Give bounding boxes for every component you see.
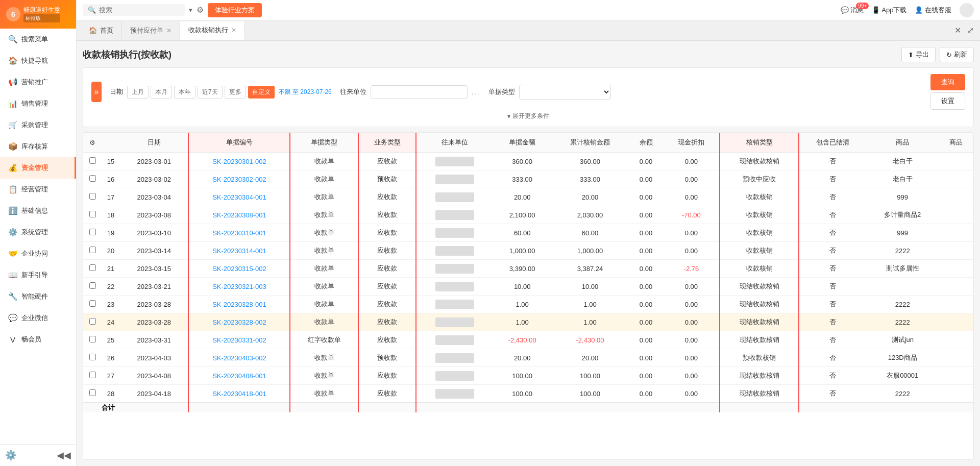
gear-icon[interactable]: ⚙	[89, 139, 95, 146]
bill-no-link[interactable]: SK-20230403-002	[212, 354, 266, 362]
bill-no-link[interactable]: SK-20230328-002	[212, 318, 266, 326]
bill-no-link[interactable]: SK-20230331-002	[212, 336, 266, 344]
cell-goods: 2222	[866, 313, 939, 331]
sidebar-item-guide[interactable]: 📖 新手引导	[0, 264, 76, 286]
sidebar-item-marketing[interactable]: 📢 营销推广	[0, 71, 76, 93]
cell-biz-type: 应收款	[358, 296, 416, 313]
cell-checkbox[interactable]	[83, 331, 102, 349]
sidebar-item-wechat[interactable]: 💬 企业微信	[0, 307, 76, 329]
bill-no-link[interactable]: SK-20230310-001	[212, 229, 266, 237]
sidebar-item-search[interactable]: 🔍 搜索菜单	[0, 29, 76, 50]
bill-no-link[interactable]: SK-20230418-001	[212, 390, 266, 398]
tab-expand-icon[interactable]: ⤢	[965, 23, 976, 37]
tab-pre-payment[interactable]: 预付应付单 ✕	[122, 22, 180, 39]
sidebar-item-operations[interactable]: 📋 经营管理	[0, 179, 76, 200]
topbar-dropdown-icon[interactable]: ▾	[189, 6, 192, 14]
topbar-search-box[interactable]: 🔍	[83, 4, 185, 16]
bill-no-link[interactable]: SK-20230302-002	[212, 176, 266, 183]
cell-bill-no: SK-20230302-002	[188, 170, 290, 188]
sidebar-collapse-icon[interactable]: ◀◀	[57, 450, 71, 461]
topbar-solution-btn[interactable]: 体验行业方案	[208, 3, 262, 17]
sidebar-item-hardware[interactable]: 🔧 智能硬件	[0, 286, 76, 307]
cell-checkbox[interactable]	[83, 206, 102, 224]
tab-close-all-icon[interactable]: ✕	[952, 23, 963, 37]
bill-no-link[interactable]: SK-20230315-002	[212, 265, 266, 273]
date-btn-custom[interactable]: 自定义	[248, 86, 275, 99]
date-btn-this-month[interactable]: 本月	[151, 86, 172, 99]
sidebar-item-inventory[interactable]: 📦 库存核算	[0, 136, 76, 157]
sidebar-item-member[interactable]: V 畅会员	[0, 329, 76, 350]
cell-bill-type: 收款单	[290, 260, 358, 278]
tab-pre-payment-close[interactable]: ✕	[166, 27, 172, 34]
sidebar-item-enterprise[interactable]: 🤝 企业协同	[0, 243, 76, 264]
cell-checkbox[interactable]	[83, 188, 102, 206]
filter-settings-button[interactable]: 设置	[930, 92, 965, 110]
refresh-button[interactable]: ↻ 刷新	[940, 47, 974, 62]
sidebar-item-shortcuts[interactable]: 🏠 快捷导航	[0, 50, 76, 71]
bill-no-link[interactable]: SK-20230321-003	[212, 283, 266, 290]
cell-cancel-type: 预收款核销	[720, 349, 799, 367]
sidebar-item-system[interactable]: ⚙️ 系统管理	[0, 222, 76, 243]
table-row: 27 2023-04-08 SK-20230408-001 收款单 应收款 ██…	[83, 367, 973, 385]
bill-type-select[interactable]	[519, 85, 611, 100]
topbar-user-avatar[interactable]	[960, 3, 974, 17]
cell-checkbox[interactable]	[83, 260, 102, 278]
cell-checkbox[interactable]	[83, 349, 102, 367]
date-btn-7days[interactable]: 近7天	[198, 86, 223, 99]
date-btn-last-month[interactable]: 上月	[127, 86, 149, 99]
cell-checkbox[interactable]	[83, 385, 102, 403]
cell-goods2	[939, 224, 973, 242]
topbar-messages[interactable]: 💬 消息 99+	[841, 6, 864, 15]
sidebar-item-purchase[interactable]: 🛒 采购管理	[0, 114, 76, 136]
topbar-search-input[interactable]	[99, 6, 170, 14]
cell-cancel-type: 现结收款核销	[720, 313, 799, 331]
filter-collapse-btn[interactable]: »	[91, 82, 102, 102]
bill-no-link[interactable]: SK-20230308-001	[212, 211, 266, 219]
partner-input[interactable]	[371, 85, 468, 99]
bill-no-link[interactable]: SK-20230408-001	[212, 372, 266, 380]
tab-collection-cancel[interactable]: 收款核销执行 ✕	[180, 21, 245, 40]
bill-no-link[interactable]: SK-20230328-001	[212, 301, 266, 308]
filter-row-1: » 日期 上月 本月 本年 近7天 更多 自定义 不限 至 2023-07-26…	[91, 74, 965, 110]
cell-goods: 老白干	[866, 153, 939, 170]
cell-checkbox[interactable]	[83, 313, 102, 331]
cell-checkbox[interactable]	[83, 170, 102, 188]
col-header-gear[interactable]: ⚙	[83, 133, 102, 153]
sidebar-bottom: ⚙️ ◀◀	[0, 444, 76, 466]
topbar-gear-icon[interactable]: ⚙	[197, 5, 204, 15]
cell-checkbox[interactable]	[83, 224, 102, 242]
bill-no-link[interactable]: SK-20230301-002	[212, 158, 266, 165]
cell-checkbox[interactable]	[83, 153, 102, 170]
tab-home[interactable]: 🏠 首页	[81, 22, 122, 39]
sidebar-item-sales[interactable]: 📊 销售管理	[0, 93, 76, 114]
date-btn-more[interactable]: 更多	[225, 86, 246, 99]
date-btn-this-year[interactable]: 本年	[174, 86, 195, 99]
cell-biz-type: 应收款	[358, 385, 416, 403]
cell-checkbox[interactable]	[83, 278, 102, 296]
cell-include-settled: 否	[799, 242, 866, 260]
cell-cancel-type: 收款核销	[720, 260, 799, 278]
export-button[interactable]: ⬆ 导出	[901, 47, 936, 62]
bill-no-link[interactable]: SK-20230304-001	[212, 193, 266, 201]
cell-checkbox[interactable]	[83, 242, 102, 260]
home-icon: 🏠	[8, 56, 17, 65]
sidebar-item-label: 企业协同	[21, 249, 48, 258]
sidebar-item-basic[interactable]: ℹ️ 基础信息	[0, 200, 76, 222]
cell-partner: ████	[416, 385, 493, 403]
topbar-app-download[interactable]: 📱 App下载	[872, 6, 906, 15]
cell-index: 24	[102, 313, 120, 331]
expand-more-button[interactable]: ▾ 展开更多条件	[507, 112, 549, 120]
cell-checkbox[interactable]	[83, 367, 102, 385]
cell-bill-amount: 3,390.00	[493, 260, 551, 278]
topbar-online-service[interactable]: 👤 在线客服	[915, 6, 951, 15]
inventory-icon: 📦	[8, 142, 17, 151]
bill-no-link[interactable]: SK-20230314-001	[212, 247, 266, 255]
sidebar-settings-icon[interactable]: ⚙️	[5, 450, 16, 461]
query-button[interactable]: 查询	[930, 74, 965, 90]
cell-checkbox[interactable]	[83, 296, 102, 313]
cell-partner: ████	[416, 367, 493, 385]
cell-biz-type: 预收款	[358, 170, 416, 188]
guide-icon: 📖	[8, 271, 17, 280]
sidebar-item-finance[interactable]: 💰 资金管理	[0, 157, 76, 179]
tab-collection-cancel-close[interactable]: ✕	[231, 27, 236, 34]
